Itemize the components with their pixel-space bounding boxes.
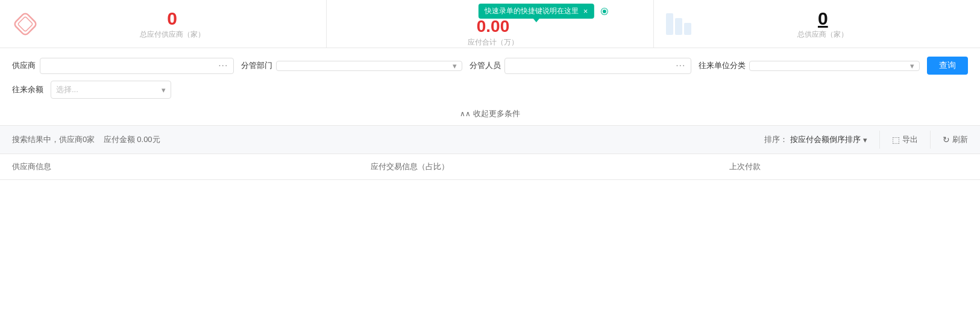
export-label: 导出: [902, 134, 918, 145]
department-select[interactable]: ▾: [276, 61, 463, 71]
person-input-wrapper[interactable]: ···: [504, 58, 691, 74]
col-header-supplier: 供应商信息: [12, 161, 371, 172]
unit-category-placeholder: [750, 63, 906, 69]
result-amount: 应付金额 0.00元: [104, 135, 160, 144]
filter-area: 供应商 ··· 分管部门 ▾ 分管人员 ··· 往来单位分类: [0, 48, 980, 126]
collapse-button[interactable]: ∧∧ 收起更多条件: [460, 108, 520, 119]
tooltip-close-icon[interactable]: ×: [583, 7, 588, 16]
quick-entry-tooltip: 快速录单的快捷键说明在这里 ×: [479, 4, 594, 19]
filter-supplier: 供应商 ···: [12, 58, 234, 74]
suppliers-count: 0: [167, 8, 177, 28]
sort-label-group: 排序： 按应付会额倒序排序 ▾: [764, 134, 867, 145]
unit-category-arrow-icon[interactable]: ▾: [905, 61, 919, 70]
total-suppliers-count[interactable]: 0: [818, 8, 828, 28]
refresh-icon: ↻: [943, 135, 950, 144]
total-suppliers-label: 总供应商（家）: [797, 29, 848, 40]
collapse-bar: ∧∧ 收起更多条件: [12, 105, 968, 125]
result-actions: 排序： 按应付会额倒序排序 ▾ ⬚ 导出 ↻ 刷新: [764, 131, 968, 149]
suppliers-label: 总应付供应商（家）: [140, 29, 205, 40]
supplier-input[interactable]: [40, 58, 213, 73]
table-header: 供应商信息 应付交易信息（占比） 上次付款: [0, 154, 980, 180]
sort-value[interactable]: 按应付会额倒序排序: [790, 134, 861, 145]
filter-person: 分管人员 ···: [470, 58, 691, 74]
balance-arrow-icon[interactable]: ▾: [157, 85, 171, 95]
result-info: 搜索结果中，供应商0家 应付金额 0.00元: [12, 134, 160, 145]
balance-label: 往来余额: [12, 84, 43, 95]
stat-total-suppliers: 0 总供应商（家）: [654, 0, 980, 48]
department-placeholder: [277, 63, 448, 69]
person-input[interactable]: [505, 58, 671, 73]
tooltip-text: 快速录单的快捷键说明在这里: [485, 6, 579, 16]
sort-prefix: 排序：: [764, 134, 788, 145]
department-label: 分管部门: [241, 60, 272, 71]
svg-rect-1: [17, 16, 33, 31]
filter-department: 分管部门 ▾: [241, 60, 463, 71]
diamond-icon: [12, 11, 39, 37]
filter-row-2: 往来余额 选择... ▾: [12, 81, 968, 99]
stat-payable-total: 快速录单的快捷键说明在这里 × 0.00应付合计（万）: [327, 0, 653, 48]
supplier-label: 供应商: [12, 60, 36, 71]
supplier-input-wrapper[interactable]: ···: [40, 58, 234, 74]
balance-placeholder: 选择...: [51, 81, 157, 98]
col-header-transaction: 应付交易信息（占比）: [371, 161, 729, 172]
filter-row-1: 供应商 ··· 分管部门 ▾ 分管人员 ··· 往来单位分类: [12, 57, 968, 75]
export-icon: ⬚: [892, 135, 900, 144]
stats-bar: 0 总应付供应商（家） 快速录单的快捷键说明在这里 × 0.00应付: [0, 0, 980, 48]
divider-2: [930, 131, 931, 149]
col-header-lastpay: 上次付款: [729, 161, 969, 172]
unit-category-select[interactable]: ▾: [749, 61, 920, 71]
person-label: 分管人员: [470, 60, 501, 71]
export-button[interactable]: ⬚ 导出: [892, 134, 918, 145]
refresh-label: 刷新: [952, 134, 968, 145]
collapse-label: 收起更多条件: [473, 108, 520, 119]
person-more-icon[interactable]: ···: [671, 60, 690, 71]
refresh-button[interactable]: ↻ 刷新: [943, 134, 968, 145]
table-body: [0, 180, 980, 310]
query-button[interactable]: 查询: [927, 57, 968, 75]
bg-decorative-bars: [666, 13, 691, 35]
collapse-up-icon: ∧∧: [460, 110, 471, 118]
stat-total-payable-suppliers: 0 总应付供应商（家）: [0, 0, 327, 48]
supplier-more-icon[interactable]: ···: [213, 60, 233, 71]
divider-1: [879, 131, 880, 149]
result-bar: 搜索结果中，供应商0家 应付金额 0.00元 排序： 按应付会额倒序排序 ▾ ⬚…: [0, 126, 980, 154]
sort-arrow-icon[interactable]: ▾: [863, 135, 867, 144]
tooltip-indicator-dot: [601, 8, 607, 14]
unit-category-label: 往来单位分类: [699, 60, 746, 71]
result-text: 搜索结果中，供应商0家: [12, 135, 95, 144]
department-arrow-icon[interactable]: ▾: [448, 61, 462, 70]
filter-unit-category: 往来单位分类 ▾: [699, 60, 920, 71]
balance-select[interactable]: 选择... ▾: [51, 81, 171, 99]
svg-rect-0: [13, 12, 37, 36]
